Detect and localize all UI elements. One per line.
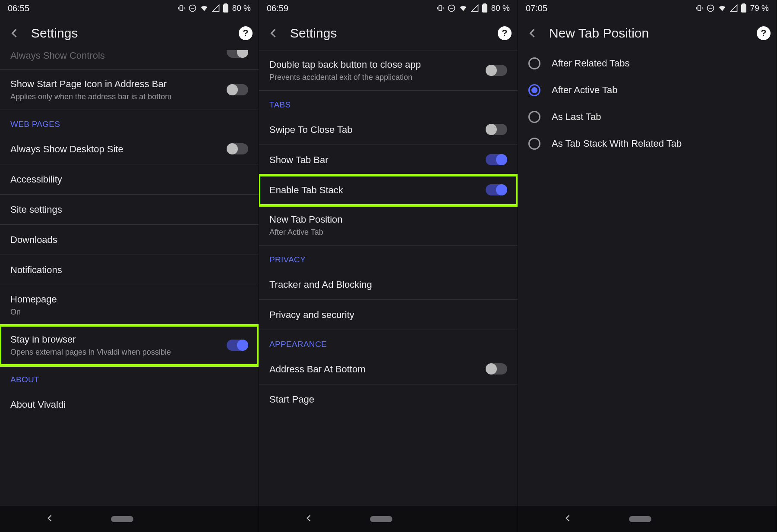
status-bar: 06:59 80 % (259, 0, 518, 16)
section-about: ABOUT (0, 365, 259, 390)
help-button[interactable]: ? (239, 26, 253, 40)
toggle-stay-in-browser[interactable] (227, 340, 248, 351)
row-subtitle: Applies only when the address bar is at … (10, 91, 219, 102)
row-always-show-controls[interactable]: Always Show Controls (0, 50, 259, 70)
svg-rect-20 (742, 3, 745, 5)
chevron-left-icon (564, 514, 572, 523)
row-title: Double tap back button to close app (269, 58, 478, 71)
row-subtitle: On (10, 307, 248, 317)
page-title: Settings (31, 26, 231, 41)
back-button[interactable] (265, 25, 282, 42)
battery-text: 80 % (232, 3, 251, 13)
status-icons: 80 % (177, 3, 251, 13)
row-title: Tracker and Ad Blocking (269, 278, 507, 291)
row-about-vivaldi[interactable]: About Vivaldi (0, 390, 259, 420)
toggle-address-bar-bottom[interactable] (486, 363, 507, 375)
option-label: After Active Tab (552, 85, 617, 96)
row-show-tab-bar[interactable]: Show Tab Bar (259, 145, 518, 175)
nav-back-button[interactable] (46, 514, 54, 524)
signal-icon (212, 4, 220, 13)
help-button[interactable]: ? (498, 26, 512, 40)
option-after-related-tabs[interactable]: After Related Tabs (518, 50, 777, 77)
nav-home-pill[interactable] (629, 516, 651, 522)
screen-3: 07:05 79 % New Tab Position ? After Rela… (518, 0, 777, 532)
row-swipe-close-tab[interactable]: Swipe To Close Tab (259, 115, 518, 145)
battery-icon (223, 3, 229, 13)
row-title: Site settings (10, 203, 248, 216)
dnd-icon (706, 4, 715, 13)
row-stay-in-browser[interactable]: Stay in browser Opens external pages in … (0, 325, 259, 365)
row-title: Homepage (10, 293, 248, 306)
signal-icon (471, 4, 479, 13)
wifi-icon (458, 4, 468, 13)
app-bar: New Tab Position ? (518, 16, 777, 50)
toggle-show-tab-bar[interactable] (486, 154, 507, 165)
row-start-page-icon[interactable]: Show Start Page Icon in Address Bar Appl… (0, 70, 259, 110)
chevron-left-icon (527, 28, 538, 39)
nav-back-button[interactable] (305, 514, 313, 524)
nav-home-pill[interactable] (370, 516, 392, 522)
row-homepage[interactable]: Homepage On (0, 285, 259, 325)
svg-rect-0 (180, 6, 183, 11)
chevron-left-icon (305, 514, 313, 523)
row-title: Accessibility (10, 173, 248, 186)
row-new-tab-position[interactable]: New Tab Position After Active Tab (259, 205, 518, 246)
settings-list[interactable]: Double tap back button to close app Prev… (259, 50, 518, 506)
toggle-double-tap-back[interactable] (486, 65, 507, 76)
nav-back-button[interactable] (564, 514, 572, 524)
back-button[interactable] (524, 25, 541, 42)
row-title: Always Show Controls (10, 50, 219, 61)
row-enable-tab-stack[interactable]: Enable Tab Stack (259, 175, 518, 205)
back-button[interactable] (6, 25, 23, 42)
nav-home-pill[interactable] (111, 516, 133, 522)
toggle-enable-tab-stack[interactable] (486, 184, 507, 195)
status-time: 06:59 (267, 3, 288, 13)
row-notifications[interactable]: Notifications (0, 255, 259, 285)
option-label: After Related Tabs (552, 58, 630, 69)
system-navbar (259, 506, 518, 532)
wifi-icon (199, 4, 209, 13)
status-bar: 07:05 79 % (518, 0, 777, 16)
chevron-left-icon (46, 514, 54, 523)
row-title: Swipe To Close Tab (269, 123, 478, 136)
row-tracker-blocking[interactable]: Tracker and Ad Blocking (259, 270, 518, 300)
toggle-desktop-site[interactable] (227, 143, 248, 154)
option-label: As Tab Stack With Related Tab (552, 138, 682, 149)
svg-rect-5 (223, 4, 228, 13)
svg-rect-14 (698, 6, 701, 11)
dnd-icon (447, 4, 456, 13)
row-downloads[interactable]: Downloads (0, 225, 259, 255)
svg-rect-19 (741, 4, 746, 13)
row-title: About Vivaldi (10, 398, 248, 411)
section-appearance: APPEARANCE (259, 330, 518, 354)
section-privacy: PRIVACY (259, 246, 518, 270)
page-title: New Tab Position (549, 26, 749, 41)
chevron-left-icon (268, 28, 279, 39)
vibrate-icon (177, 4, 186, 13)
row-accessibility[interactable]: Accessibility (0, 164, 259, 195)
section-tabs: TABS (259, 91, 518, 115)
status-time: 06:55 (8, 3, 29, 13)
toggle-always-show-controls[interactable] (227, 50, 248, 58)
toggle-swipe-close-tab[interactable] (486, 124, 507, 135)
option-after-active-tab[interactable]: After Active Tab (518, 77, 777, 104)
row-start-page[interactable]: Start Page (259, 384, 518, 415)
option-as-last-tab[interactable]: As Last Tab (518, 104, 777, 130)
row-desktop-site[interactable]: Always Show Desktop Site (0, 134, 259, 164)
row-title: Downloads (10, 233, 248, 246)
help-button[interactable]: ? (757, 26, 771, 40)
option-as-tab-stack[interactable]: As Tab Stack With Related Tab (518, 130, 777, 157)
toggle-start-page-icon[interactable] (227, 84, 248, 95)
row-title: Stay in browser (10, 333, 219, 346)
battery-text: 80 % (491, 3, 510, 13)
row-privacy-security[interactable]: Privacy and security (259, 300, 518, 330)
status-time: 07:05 (526, 3, 547, 13)
settings-list[interactable]: Always Show Controls Show Start Page Ico… (0, 50, 259, 506)
app-bar: Settings ? (0, 16, 259, 50)
row-site-settings[interactable]: Site settings (0, 195, 259, 225)
status-bar: 06:55 80 % (0, 0, 259, 16)
battery-icon (741, 3, 747, 13)
row-address-bar-bottom[interactable]: Address Bar At Bottom (259, 354, 518, 384)
radio-icon (528, 138, 540, 150)
row-double-tap-back[interactable]: Double tap back button to close app Prev… (259, 50, 518, 91)
